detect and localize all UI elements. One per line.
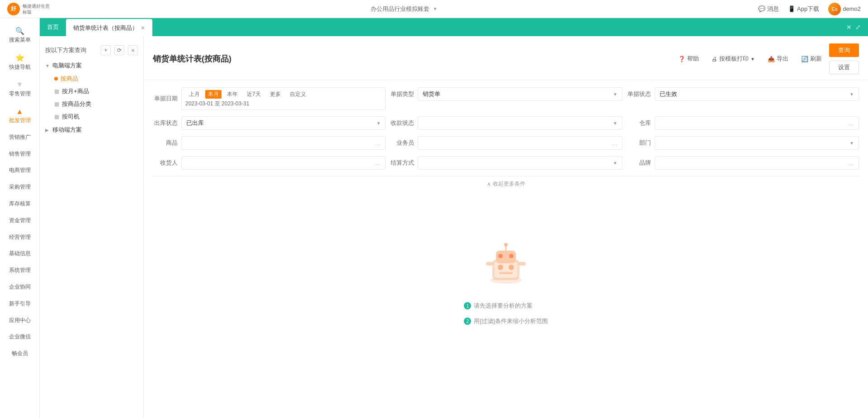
company-dropdown-arrow[interactable]: ▼: [433, 6, 438, 11]
help-btn[interactable]: ❓ 帮助: [675, 53, 703, 65]
logo-text: 畅捷通好生意 标版: [23, 3, 50, 15]
warehouse-field: 仓库 …: [626, 116, 859, 130]
svg-point-10: [504, 243, 508, 247]
export-icon: 📤: [768, 56, 775, 62]
sidebar-item-operation[interactable]: 经营管理: [0, 229, 39, 246]
tree-child-icon-month: ▦: [54, 88, 59, 95]
sidebar-item-guide[interactable]: 新手引导: [0, 295, 39, 312]
tab-sales-report[interactable]: 销货单统计表（按商品） ✕: [66, 19, 152, 37]
sidebar-item-search[interactable]: 🔍 搜索菜单: [0, 22, 39, 48]
warehouse-status-select[interactable]: 已出库 ▼: [181, 116, 386, 130]
sidebar-item-retail[interactable]: ▼ 零售管理: [0, 75, 39, 102]
sidebar-item-basic[interactable]: 基础信息: [0, 245, 39, 262]
tree-child-by-category[interactable]: ▦ 按商品分类: [49, 98, 143, 110]
recipient-input[interactable]: …: [181, 156, 386, 170]
panel-add-btn[interactable]: +: [101, 45, 111, 55]
recipient-dots[interactable]: …: [375, 160, 381, 166]
payment-method-select[interactable]: ▼: [418, 156, 622, 170]
warehouse-input[interactable]: …: [655, 116, 859, 130]
panel-tools: + ⟳ «: [101, 45, 138, 55]
sidebar-item-marketing[interactable]: 营销推广: [0, 129, 39, 146]
tab-close-icon[interactable]: ✕: [141, 25, 145, 31]
payment-status-label: 收款状态: [389, 119, 414, 127]
sidebar-item-nav[interactable]: ⭐ 快捷导航: [0, 48, 39, 75]
doc-type-select[interactable]: 销货单 ▼: [418, 87, 622, 101]
settings-button[interactable]: 设置: [829, 61, 859, 74]
export-btn[interactable]: 📤 导出: [764, 53, 792, 65]
user-menu[interactable]: Ea demo2: [828, 3, 861, 15]
sidebar-item-purchase[interactable]: 采购管理: [0, 179, 39, 195]
refresh-btn[interactable]: 🔄 刷新: [797, 53, 826, 65]
logo-area: 好 畅捷通好生意 标版: [7, 3, 50, 15]
download-btn[interactable]: 📱 App下载: [788, 5, 819, 13]
doc-type-field: 单据类型 销货单 ▼: [389, 87, 622, 101]
warehouse-dots[interactable]: …: [848, 120, 854, 127]
date-tab-this-month[interactable]: 本月: [205, 90, 222, 99]
page-title: 销货单统计表(按商品): [153, 53, 231, 64]
doc-status-value: 已生效: [660, 90, 677, 98]
print-btn[interactable]: 🖨 按模板打印 ▼: [708, 53, 759, 65]
tab-home[interactable]: 首页: [40, 18, 66, 36]
salesperson-dots[interactable]: …: [612, 140, 618, 147]
panel-collapse-btn[interactable]: «: [128, 45, 138, 55]
sidebar-item-cooperation[interactable]: 企业协同: [0, 279, 39, 295]
sidebar-item-sales[interactable]: 销售管理: [0, 146, 39, 162]
department-field: 部门 ▼: [626, 136, 859, 150]
date-tab-this-year[interactable]: 本年: [223, 90, 241, 99]
message-btn[interactable]: 💬 消息: [758, 5, 779, 13]
goods-input[interactable]: …: [181, 136, 386, 150]
svg-rect-2: [495, 262, 517, 278]
sidebar-item-finance[interactable]: 资金管理: [0, 212, 39, 229]
tree-children: 按商品 ▦ 按月+商品 ▦ 按商品分类 ▦ 按司机: [40, 72, 143, 123]
tree-dot-icon: [54, 77, 58, 81]
tree-item-pc[interactable]: ▼ 电脑端方案: [40, 59, 143, 72]
sidebar-item-wholesale[interactable]: ▲ 批发管理: [0, 102, 39, 129]
salesperson-label: 业务员: [389, 139, 414, 147]
tree-child-by-month[interactable]: ▦ 按月+商品: [49, 85, 143, 98]
topbar-center[interactable]: 办公用品行业模拟账套 ▼: [371, 5, 438, 13]
date-tab-custom[interactable]: 自定义: [286, 90, 310, 99]
brand-input[interactable]: …: [655, 156, 859, 170]
tree-item-mobile[interactable]: ▶ 移动端方案: [40, 123, 143, 137]
sidebar-item-wechat[interactable]: 企业微信: [0, 328, 39, 345]
tree-child-icon-driver: ▦: [54, 114, 59, 120]
department-arrow: ▼: [849, 141, 854, 146]
sidebar-item-apps[interactable]: 应用中心: [0, 312, 39, 329]
payment-method-field: 结算方式 ▼: [389, 156, 622, 170]
payment-status-select[interactable]: ▼: [418, 116, 622, 130]
sidebar-item-inventory[interactable]: 库存核算: [0, 195, 39, 212]
payment-status-arrow: ▼: [613, 121, 618, 126]
svg-rect-12: [519, 262, 526, 266]
brand-dots[interactable]: …: [848, 160, 854, 166]
sidebar-item-system[interactable]: 系统管理: [0, 262, 39, 279]
collapse-bar[interactable]: ∧ 收起更多条件: [153, 176, 859, 191]
filter-row-3: 商品 … 业务员 …: [153, 136, 859, 150]
tab-expand-icon[interactable]: ⤢: [855, 24, 861, 31]
empty-tips: 1 请先选择要分析的方案 2 用[过滤]条件来缩小分析范围: [464, 300, 547, 327]
doc-status-select[interactable]: 已生效 ▼: [655, 87, 859, 101]
tree-child-by-goods[interactable]: 按商品: [49, 72, 143, 85]
sidebar-item-ecommerce[interactable]: 电商管理: [0, 162, 39, 179]
topbar-right: 💬 消息 📱 App下载 Ea demo2: [758, 3, 861, 15]
tab-minimize-icon[interactable]: ✕: [846, 24, 852, 31]
date-tab-more[interactable]: 更多: [266, 90, 284, 99]
department-select[interactable]: ▼: [655, 136, 859, 150]
salesperson-input[interactable]: …: [418, 136, 622, 150]
tree-expand-icon: ▼: [45, 63, 51, 68]
sidebar-item-member[interactable]: 畅会员: [0, 345, 39, 362]
goods-label: 商品: [153, 139, 178, 147]
filter-row-1: 单据日期 上月 本月 本年 近7天 更多 自定义 20: [153, 87, 859, 110]
date-tab-7days[interactable]: 近7天: [243, 90, 264, 99]
tip-num-1: 1: [464, 302, 471, 309]
filter-row-4: 收货人 … 结算方式 ▼: [153, 156, 859, 170]
date-tab-last-month[interactable]: 上月: [185, 90, 203, 99]
main-layout: 🔍 搜索菜单 ⭐ 快捷导航 ▼ 零售管理 ▲ 批发管理 营销推广 销售管理 电商…: [0, 18, 868, 418]
tree-child-icon-category: ▦: [54, 101, 59, 107]
tree-child-by-driver[interactable]: ▦ 按司机: [49, 110, 143, 123]
left-filter-panel: 按以下方案查询 + ⟳ « ▼ 电脑端方案: [40, 36, 144, 418]
goods-dots[interactable]: …: [375, 140, 381, 147]
panel-refresh-btn[interactable]: ⟳: [114, 45, 124, 55]
tab-bar: 首页 销货单统计表（按商品） ✕ ✕ ⤢: [40, 18, 868, 36]
query-button[interactable]: 查询: [829, 43, 859, 57]
goods-field: 商品 …: [153, 136, 386, 150]
